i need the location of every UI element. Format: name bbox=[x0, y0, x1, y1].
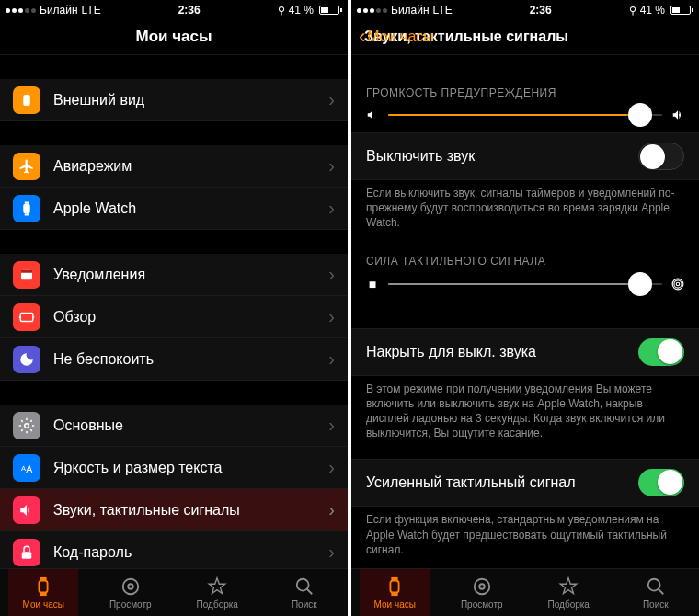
passcode-icon bbox=[13, 539, 40, 566]
speaker-high-icon bbox=[671, 108, 684, 121]
chevron-right-icon: › bbox=[328, 415, 335, 436]
svg-text:A: A bbox=[26, 462, 32, 473]
svg-point-21 bbox=[674, 279, 682, 287]
settings-list[interactable]: Внешний вид›Авиарежим›Apple Watch›Уведом… bbox=[0, 55, 348, 568]
list-item-dnd[interactable]: Не беспокоить› bbox=[0, 338, 348, 381]
prominent-help: Если функция включена, стандартным уведо… bbox=[351, 507, 699, 561]
tab-browse[interactable]: Просмотр bbox=[439, 569, 526, 616]
list-item-label: Внешний вид bbox=[53, 92, 315, 108]
list-item-applewatch[interactable]: Apple Watch› bbox=[0, 188, 348, 230]
list-item-glances[interactable]: Обзор› bbox=[0, 296, 348, 338]
carrier-label: Билайн bbox=[391, 4, 430, 17]
mute-row: Выключить звук bbox=[351, 132, 699, 180]
list-item-brightness[interactable]: AAЯркость и размер текста› bbox=[0, 447, 348, 489]
battery-icon bbox=[669, 6, 693, 15]
haptic-slider[interactable]: ■ bbox=[351, 273, 699, 302]
list-item-appearance[interactable]: Внешний вид› bbox=[0, 79, 348, 121]
bluetooth-icon: ⚲ bbox=[278, 5, 285, 17]
phone-right: Билайн LTE 2:36 ⚲ 41 % ‹ Мои часы Звуки,… bbox=[351, 0, 699, 616]
svg-point-9 bbox=[25, 423, 29, 428]
featured-icon bbox=[207, 576, 227, 598]
notifications-icon bbox=[13, 261, 40, 289]
chevron-right-icon: › bbox=[328, 155, 335, 177]
general-icon bbox=[13, 412, 40, 439]
prominent-label: Усиленный тактильный сигнал bbox=[366, 474, 576, 491]
nav-bar: ‹ Мои часы Звуки, тактильные сигналы bbox=[351, 18, 699, 55]
list-item-label: Основные bbox=[53, 417, 315, 434]
list-item-notifications[interactable]: Уведомления› bbox=[0, 254, 348, 296]
chevron-right-icon: › bbox=[328, 89, 335, 110]
alert-volume-slider[interactable] bbox=[351, 105, 699, 132]
speaker-low-icon bbox=[366, 108, 379, 121]
glances-icon bbox=[13, 303, 40, 331]
list-item-label: Уведомления bbox=[53, 267, 315, 283]
battery-pct: 41 % bbox=[289, 4, 314, 17]
haptic-strength-header: СИЛА ТАКТИЛЬНОГО СИГНАЛА bbox=[351, 249, 699, 273]
list-item-label: Авиарежим bbox=[53, 158, 315, 175]
airplane-icon bbox=[13, 153, 40, 180]
list-item-label: Код-пароль bbox=[53, 544, 315, 561]
list-item-general[interactable]: Основные› bbox=[0, 405, 348, 447]
dnd-icon bbox=[13, 346, 40, 373]
tab-featured[interactable]: Подборка bbox=[174, 569, 261, 616]
tab-search[interactable]: Поиск bbox=[261, 569, 349, 616]
list-item-label: Яркость и размер текста bbox=[53, 460, 315, 476]
svg-point-28 bbox=[648, 579, 660, 591]
tab-mywatch[interactable]: Мои часы bbox=[351, 569, 439, 616]
prominent-haptic-row: Усиленный тактильный сигнал bbox=[351, 459, 699, 507]
browse-icon bbox=[120, 576, 141, 598]
alert-volume-header: ГРОМКОСТЬ ПРЕДУПРЕЖДЕНИЯ bbox=[351, 81, 699, 105]
list-item-airplane[interactable]: Авиарежим› bbox=[0, 145, 348, 188]
mute-help: Если выключить звук, сигналы таймеров и … bbox=[351, 180, 699, 234]
featured-icon bbox=[558, 576, 579, 598]
svg-rect-0 bbox=[23, 95, 30, 106]
svg-rect-1 bbox=[23, 203, 30, 213]
cover-to-mute-row: Накрыть для выкл. звука bbox=[351, 328, 699, 376]
tab-featured[interactable]: Подборка bbox=[525, 569, 613, 616]
chevron-right-icon: › bbox=[328, 542, 335, 563]
search-icon bbox=[646, 576, 666, 598]
chevron-left-icon: ‹ bbox=[359, 27, 365, 47]
back-button[interactable]: ‹ Мои часы bbox=[359, 27, 434, 47]
time-label: 2:36 bbox=[178, 4, 201, 17]
list-item-label: Не беспокоить bbox=[53, 351, 315, 368]
list-item-sounds[interactable]: Звуки, тактильные сигналы› bbox=[0, 489, 348, 531]
list-item-label: Обзор bbox=[53, 309, 315, 325]
cover-label: Накрыть для выкл. звука bbox=[366, 344, 536, 360]
tab-label: Просмотр bbox=[461, 599, 503, 610]
tab-browse[interactable]: Просмотр bbox=[87, 569, 175, 616]
back-label: Мои часы bbox=[367, 29, 434, 45]
cover-help: В этом режиме при получении уведомления … bbox=[351, 376, 699, 445]
mute-toggle[interactable] bbox=[638, 143, 684, 170]
tab-label: Поиск bbox=[292, 599, 317, 610]
cover-toggle[interactable] bbox=[638, 338, 684, 366]
svg-point-16 bbox=[123, 579, 139, 595]
svg-rect-5 bbox=[21, 269, 32, 272]
status-bar: Билайн LTE 2:36 ⚲ 41 % bbox=[351, 0, 699, 18]
nav-bar: Мои часы bbox=[0, 18, 348, 55]
tab-mywatch[interactable]: Мои часы bbox=[0, 569, 87, 616]
page-title: Мои часы bbox=[135, 28, 212, 46]
tab-label: Поиск bbox=[643, 599, 669, 610]
prominent-toggle[interactable] bbox=[638, 469, 684, 496]
carrier-label: Билайн bbox=[40, 4, 78, 17]
tab-bar: Мои часыПросмотрПодборкаПоиск bbox=[351, 568, 699, 616]
browse-icon bbox=[472, 576, 492, 598]
svg-line-29 bbox=[659, 589, 664, 595]
chevron-right-icon: › bbox=[328, 198, 335, 219]
list-item-passcode[interactable]: Код-пароль› bbox=[0, 531, 348, 568]
time-label: 2:36 bbox=[530, 4, 552, 17]
chevron-right-icon: › bbox=[328, 264, 335, 285]
tab-label: Подборка bbox=[548, 599, 590, 610]
list-item-label: Звуки, тактильные сигналы bbox=[53, 502, 315, 519]
svg-rect-6 bbox=[20, 313, 33, 321]
haptic-high-icon bbox=[671, 278, 684, 291]
battery-icon bbox=[317, 6, 342, 15]
battery-pct: 41 % bbox=[640, 4, 665, 17]
svg-rect-2 bbox=[25, 201, 29, 203]
signal-dots bbox=[357, 8, 387, 13]
applewatch-icon bbox=[13, 195, 40, 222]
svg-text:A: A bbox=[21, 464, 26, 473]
svg-point-27 bbox=[479, 584, 485, 589]
tab-search[interactable]: Поиск bbox=[613, 569, 700, 616]
